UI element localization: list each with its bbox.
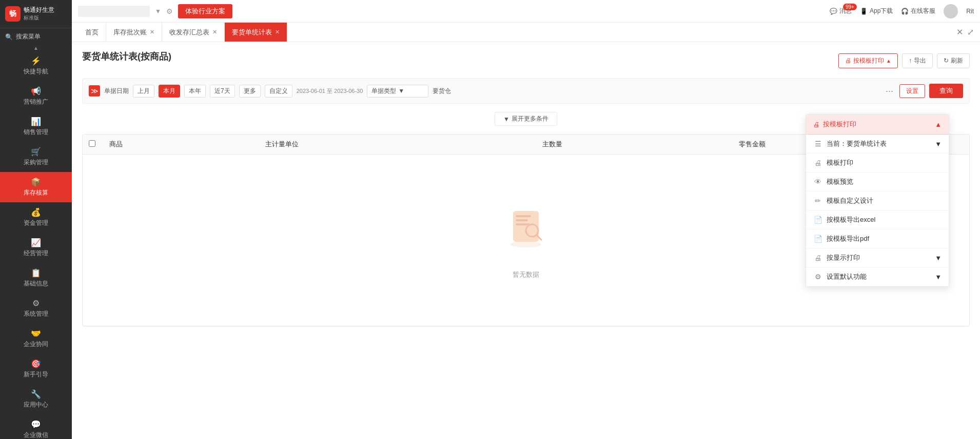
main-area: ▼ ⚙ 体验行业方案 💬 消息 99+ 📱 App下载 🎧 在线客服 Rit 首… xyxy=(72,0,980,439)
guide-icon: 🎯 xyxy=(31,359,41,369)
default-func-label: 设置默认功能 xyxy=(827,272,867,281)
wechat-icon: 💬 xyxy=(31,419,41,429)
user-avatar[interactable] xyxy=(944,4,958,18)
more-actions-icon[interactable]: ··· xyxy=(884,86,895,97)
tab-inventory-batch-close[interactable]: ✕ xyxy=(150,29,154,35)
dropdown-item-display-print[interactable]: 🖨 按显示打印 ▼ xyxy=(806,249,949,268)
dropdown-current-label: 当前：要货单统计表 xyxy=(827,139,887,148)
dropdown-title-area: 🖨 按模板打印 xyxy=(813,120,856,129)
finance-icon: 💰 xyxy=(31,207,41,217)
template-print-label: 模板打印 xyxy=(827,158,853,167)
refresh-button[interactable]: ↻ 刷新 xyxy=(937,53,970,68)
tab-home[interactable]: 首页 xyxy=(78,23,106,42)
tab-close-all-icon[interactable]: ✕ xyxy=(956,27,963,37)
system-icon: ⚙ xyxy=(32,298,40,308)
display-print-arrow: ▼ xyxy=(935,254,942,262)
empty-illustration xyxy=(500,201,552,262)
message-button[interactable]: 💬 消息 99+ xyxy=(830,7,852,15)
sidebar-item-collab[interactable]: 🤝 企业协同 xyxy=(0,323,72,354)
sidebar-item-marketing[interactable]: 📢 营销推广 xyxy=(0,81,72,111)
template-design-icon: ✏ xyxy=(813,197,822,205)
tab-home-label: 首页 xyxy=(85,28,99,37)
search-icon: 🔍 xyxy=(5,33,13,41)
app-download-icon: 📱 xyxy=(860,8,868,15)
dropdown-item-export-excel[interactable]: 📄 按模板导出excel xyxy=(806,211,949,230)
select-all-checkbox[interactable] xyxy=(89,140,95,147)
sidebar-scroll-up[interactable]: ▲ xyxy=(0,45,72,51)
dropdown-item-default-func[interactable]: ⚙ 设置默认功能 ▼ xyxy=(806,268,949,287)
sales-icon: 📊 xyxy=(31,117,41,126)
svg-rect-4 xyxy=(516,223,530,225)
quicknav-icon: ⚡ xyxy=(31,56,41,66)
dropdown-current-item[interactable]: ☰ 当前：要货单统计表 ▼ xyxy=(806,135,949,154)
tab-order-summary-close[interactable]: ✕ xyxy=(275,29,280,35)
tab-receipt-summary-close[interactable]: ✕ xyxy=(212,29,217,35)
tab-inventory-batch-label: 库存批次账 xyxy=(113,28,147,37)
dropdown-item-template-print[interactable]: 🖨 模板打印 xyxy=(806,154,949,173)
online-service-link[interactable]: 🎧 在线客服 xyxy=(901,7,935,15)
topbar-gear-icon[interactable]: ⚙ xyxy=(166,7,173,15)
sidebar-item-wechat[interactable]: 💬 企业微信 xyxy=(0,414,72,439)
app-download-link[interactable]: 📱 App下载 xyxy=(860,7,893,15)
template-print-icon: 🖨 xyxy=(813,159,822,167)
tabbar: 首页 库存批次账 ✕ 收发存汇总表 ✕ 要货单统计表 ✕ ✕ ⤢ xyxy=(72,23,980,42)
dropdown-item-template-preview[interactable]: 👁 模板预览 xyxy=(806,173,949,192)
sidebar-item-inventory[interactable]: 📦 库存核算 xyxy=(0,172,72,202)
topbar-dropdown-arrow[interactable]: ▼ xyxy=(155,8,161,15)
col-checkbox xyxy=(83,135,103,155)
dropdown-title: 按模板打印 xyxy=(823,120,856,129)
tab-inventory-batch[interactable]: 库存批次账 ✕ xyxy=(106,23,162,42)
date-btn-7days[interactable]: 近7天 xyxy=(210,85,235,98)
filter-expand-button[interactable]: ≫ xyxy=(89,85,100,97)
basic-icon: 📋 xyxy=(31,268,41,278)
print-template-button[interactable]: 🖨 按模板打印 ▲ xyxy=(838,53,898,68)
date-btn-this-month[interactable]: 本月 xyxy=(159,85,180,98)
sidebar-item-finance[interactable]: 💰 资金管理 xyxy=(0,202,72,233)
sidebar-item-operation[interactable]: 📈 经营管理 xyxy=(0,233,72,263)
sidebar-item-system[interactable]: ⚙ 系统管理 xyxy=(0,293,72,323)
default-func-left: ⚙ 设置默认功能 xyxy=(813,272,867,281)
export-excel-icon: 📄 xyxy=(813,216,822,224)
refresh-btn-label: 刷新 xyxy=(951,56,963,65)
sidebar-item-purchase[interactable]: 🛒 采购管理 xyxy=(0,142,72,172)
app-name: 畅通好生意 xyxy=(24,6,54,14)
date-btn-custom[interactable]: 自定义 xyxy=(265,85,292,98)
topbar-right: 💬 消息 99+ 📱 App下载 🎧 在线客服 Rit xyxy=(830,4,974,18)
sidebar-item-basic[interactable]: 📋 基础信息 xyxy=(0,263,72,293)
topbar-search-input[interactable] xyxy=(78,6,150,17)
display-print-icon: 🖨 xyxy=(813,254,822,262)
tab-receipt-summary[interactable]: 收发存汇总表 ✕ xyxy=(162,23,225,42)
sidebar-item-guide[interactable]: 🎯 新手引导 xyxy=(0,354,72,384)
query-button[interactable]: 查询 xyxy=(929,84,963,98)
date-btn-more[interactable]: 更多 xyxy=(239,85,261,98)
page-title: 要货单统计表(按商品) xyxy=(82,50,171,63)
goods-filter-label: 要货仓 xyxy=(433,87,451,96)
export-button[interactable]: ↑ 导出 xyxy=(902,53,933,68)
expand-more-button[interactable]: ▼ 展开更多条件 xyxy=(495,112,557,126)
tab-receipt-summary-label: 收发存汇总表 xyxy=(169,28,209,37)
sidebar-item-sales[interactable]: 📊 销售管理 xyxy=(0,111,72,142)
dropdown-collapse-icon[interactable]: ▲ xyxy=(935,121,942,128)
sidebar-item-sales-label: 销售管理 xyxy=(24,128,48,137)
export-icon: ↑ xyxy=(909,57,912,64)
date-btn-last-month[interactable]: 上月 xyxy=(133,85,154,98)
dropdown-item-export-pdf[interactable]: 📄 按模板导出pdf xyxy=(806,230,949,249)
sidebar-search[interactable]: 🔍 搜索菜单 xyxy=(0,28,72,45)
operation-icon: 📈 xyxy=(31,238,41,247)
type-filter-select[interactable]: 单据类型 ▼ xyxy=(367,85,428,98)
sidebar-item-apps[interactable]: 🔧 应用中心 xyxy=(0,384,72,414)
trial-button[interactable]: 体验行业方案 xyxy=(178,4,232,18)
dropdown-item-template-design[interactable]: ✏ 模板自定义设计 xyxy=(806,192,949,211)
empty-svg xyxy=(500,201,552,252)
display-print-label: 按显示打印 xyxy=(827,253,860,262)
date-filter-label: 单据日期 xyxy=(104,87,129,96)
dropdown-current-left: ☰ 当前：要货单统计表 xyxy=(813,139,887,148)
logo-icon: 畅 xyxy=(5,6,21,22)
sidebar-item-quicknav[interactable]: ⚡ 快捷导航 xyxy=(0,51,72,81)
current-template-icon: ☰ xyxy=(813,140,822,148)
app-edition: 标准版 xyxy=(24,14,54,22)
tab-maximize-icon[interactable]: ⤢ xyxy=(967,27,974,37)
settings-button[interactable]: 设置 xyxy=(899,84,925,98)
tab-order-summary[interactable]: 要货单统计表 ✕ xyxy=(225,23,287,42)
date-btn-this-year[interactable]: 本年 xyxy=(184,85,206,98)
